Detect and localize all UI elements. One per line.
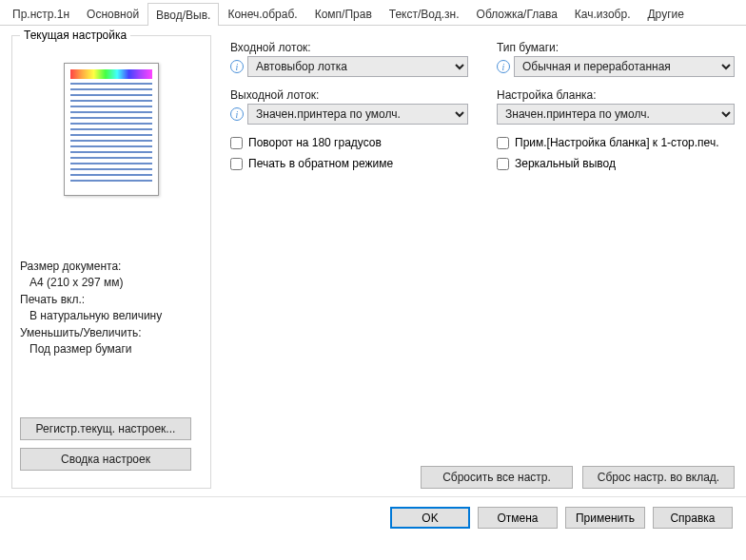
paper-type-label: Тип бумаги: bbox=[497, 41, 735, 54]
current-settings-panel: Текущая настройка Размер документа: A4 (… bbox=[11, 35, 211, 489]
apply-button[interactable]: Применить bbox=[565, 507, 645, 529]
info-icon[interactable]: i bbox=[230, 60, 244, 73]
dialog-buttons: OK Отмена Применить Справка bbox=[0, 496, 746, 538]
print-on-label: Печать вкл.: bbox=[20, 292, 203, 308]
doc-info: Размер документа: A4 (210 x 297 мм) Печа… bbox=[20, 259, 203, 357]
cancel-button[interactable]: Отмена bbox=[478, 507, 558, 529]
tab-watermark[interactable]: Текст/Вод.зн. bbox=[381, 2, 468, 25]
io-settings: Входной лоток: i Автовыбор лотка Тип бум… bbox=[211, 35, 735, 489]
mirror-output-checkbox[interactable]: Зеркальный вывод bbox=[497, 157, 735, 170]
reset-all-button[interactable]: Сбросить все настр. bbox=[421, 466, 573, 489]
print-on-value: В натуральную величину bbox=[20, 308, 203, 324]
tab-other[interactable]: Другие bbox=[638, 2, 692, 25]
zoom-label: Уменьшить/Увеличить: bbox=[20, 325, 203, 341]
tab-cover[interactable]: Обложка/Глава bbox=[468, 2, 566, 25]
help-button[interactable]: Справка bbox=[653, 507, 733, 529]
rotate-180-checkbox[interactable]: Поворот на 180 градусов bbox=[230, 136, 468, 149]
panel-title: Текущая настройка bbox=[20, 29, 130, 42]
output-tray-label: Выходной лоток: bbox=[230, 88, 468, 102]
output-tray-select[interactable]: Значен.принтера по умолч. bbox=[247, 104, 468, 125]
input-tray-select[interactable]: Автовыбор лотка bbox=[247, 56, 468, 77]
zoom-value: Под размер бумаги bbox=[20, 341, 203, 357]
doc-size-label: Размер документа: bbox=[20, 259, 203, 275]
reverse-print-checkbox[interactable]: Печать в обратном режиме bbox=[230, 157, 468, 170]
blank-setup-label: Настройка бланка: bbox=[497, 88, 735, 102]
tab-quality[interactable]: Кач.изобр. bbox=[566, 2, 639, 25]
tab-io[interactable]: Ввод/Выв. bbox=[147, 3, 219, 26]
settings-summary-button[interactable]: Сводка настроек bbox=[20, 448, 191, 471]
tab-preset1[interactable]: Пр.нстр.1н bbox=[4, 2, 78, 25]
tabs-bar: Пр.нстр.1н Основной Ввод/Выв. Конеч.обра… bbox=[0, 0, 746, 26]
info-icon[interactable]: i bbox=[230, 107, 244, 121]
info-icon[interactable]: i bbox=[497, 60, 510, 73]
page-preview bbox=[20, 44, 203, 209]
paper-type-select[interactable]: Обычная и переработанная bbox=[514, 56, 735, 77]
doc-size-value: A4 (210 x 297 мм) bbox=[20, 275, 203, 291]
blank-setup-select[interactable]: Значен.принтера по умолч. bbox=[497, 104, 735, 125]
ok-button[interactable]: OK bbox=[390, 507, 470, 529]
input-tray-label: Входной лоток: bbox=[230, 41, 468, 54]
reset-tab-button[interactable]: Сброс настр. во вклад. bbox=[582, 466, 735, 489]
tab-main[interactable]: Основной bbox=[78, 2, 147, 25]
tab-comp[interactable]: Комп/Прав bbox=[306, 2, 381, 25]
register-settings-button[interactable]: Регистр.текущ. настроек... bbox=[20, 417, 191, 440]
apply-blank-checkbox[interactable]: Прим.[Настройка бланка] к 1-стор.печ. bbox=[497, 136, 735, 149]
tab-finish[interactable]: Конеч.обраб. bbox=[219, 2, 305, 25]
